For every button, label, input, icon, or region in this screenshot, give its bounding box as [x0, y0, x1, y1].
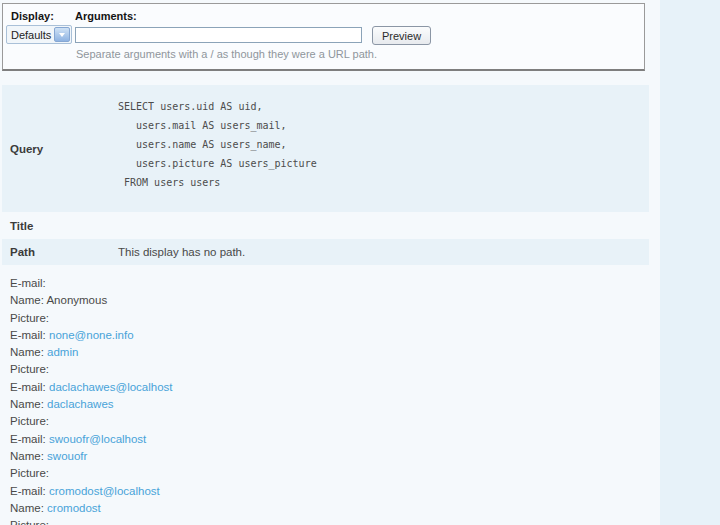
result-line: Name: swouofr	[10, 448, 640, 465]
query-row: Query SELECT users.uid AS uid, users.mai…	[2, 85, 649, 212]
result-line: Picture:	[10, 413, 640, 430]
arguments-help-text: Separate arguments with a / as though th…	[76, 48, 377, 60]
result-line: Name: daclachawes	[10, 396, 640, 413]
result-line: E-mail: cromodost@localhost	[10, 483, 640, 500]
display-label: Display:	[11, 10, 54, 22]
result-field-label: Picture:	[10, 519, 52, 525]
views-preview-page: Display: Arguments: Defaults Preview Sep…	[0, 0, 720, 525]
result-link[interactable]: cromodost@localhost	[49, 485, 160, 497]
result-line: Picture:	[10, 517, 640, 525]
result-value: Anonymous	[46, 294, 107, 306]
result-field-label: Name:	[10, 450, 47, 462]
preview-controls-fieldset: Display: Arguments: Defaults Preview Sep…	[2, 3, 645, 71]
result-link[interactable]: none@none.info	[49, 329, 134, 341]
result-line: Picture:	[10, 361, 640, 378]
result-line: E-mail: daclachawes@localhost	[10, 379, 640, 396]
page-background-band	[660, 0, 720, 525]
result-line: E-mail: swouofr@localhost	[10, 431, 640, 448]
title-row-label: Title	[10, 220, 33, 232]
result-field-label: E-mail:	[10, 433, 49, 445]
result-field-label: Name:	[10, 502, 47, 514]
result-field-label: Name:	[10, 294, 46, 306]
result-line: E-mail: none@none.info	[10, 327, 640, 344]
result-field-label: E-mail:	[10, 277, 49, 289]
result-line: Name: Anonymous	[10, 292, 640, 309]
result-line: E-mail:	[10, 275, 640, 292]
result-field-label: E-mail:	[10, 329, 49, 341]
result-link[interactable]: daclachawes@localhost	[49, 381, 173, 393]
path-row-label: Path	[10, 246, 35, 258]
result-link[interactable]: cromodost	[47, 502, 101, 514]
result-line: Picture:	[10, 310, 640, 327]
result-field-label: E-mail:	[10, 381, 49, 393]
result-line: Name: admin	[10, 344, 640, 361]
preview-button[interactable]: Preview	[372, 26, 431, 45]
result-link[interactable]: swouofr	[47, 450, 87, 462]
title-row: Title	[2, 212, 649, 239]
result-field-label: Picture:	[10, 363, 52, 375]
query-sql-text: SELECT users.uid AS uid, users.mail AS u…	[118, 97, 317, 192]
view-preview-table: Query SELECT users.uid AS uid, users.mai…	[2, 85, 649, 265]
query-row-label: Query	[10, 143, 43, 155]
result-field-label: Picture:	[10, 467, 52, 479]
result-field-label: Picture:	[10, 415, 52, 427]
result-line: Picture:	[10, 465, 640, 482]
display-select-value: Defaults	[7, 29, 54, 41]
path-row-value: This display has no path.	[118, 246, 245, 258]
arguments-input[interactable]	[75, 27, 362, 43]
result-field-label: Picture:	[10, 312, 52, 324]
chevron-down-icon[interactable]	[54, 27, 70, 42]
result-line: Name: cromodost	[10, 500, 640, 517]
path-row: Path This display has no path.	[2, 239, 649, 265]
arguments-label: Arguments:	[75, 10, 137, 22]
result-field-label: E-mail:	[10, 485, 49, 497]
result-link[interactable]: daclachawes	[47, 398, 113, 410]
result-field-label: Name:	[10, 398, 47, 410]
preview-results-list: E-mail: Name: AnonymousPicture: E-mail: …	[10, 275, 640, 525]
result-link[interactable]: admin	[47, 346, 78, 358]
result-field-label: Name:	[10, 346, 47, 358]
display-select[interactable]: Defaults	[6, 25, 72, 44]
result-link[interactable]: swouofr@localhost	[49, 433, 146, 445]
